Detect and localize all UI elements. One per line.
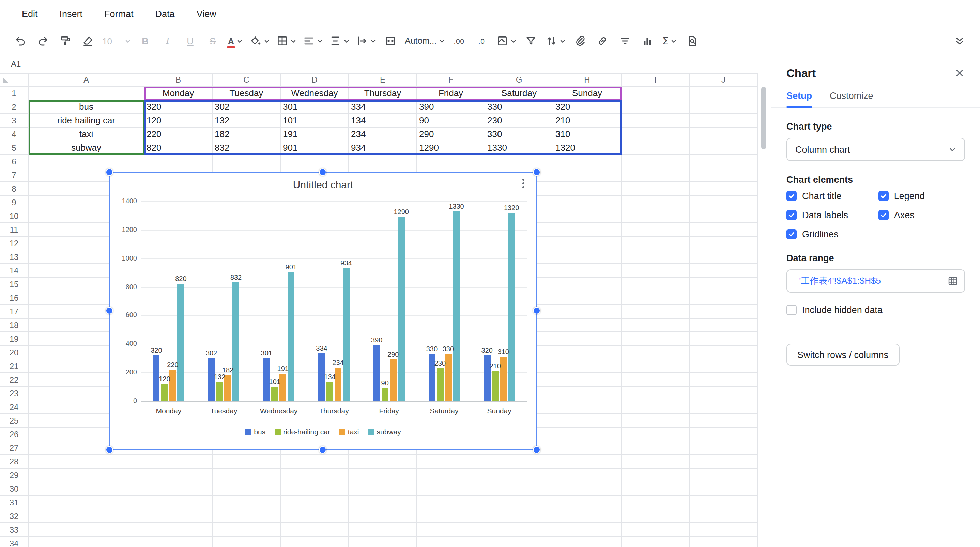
chart-resize-handle[interactable] <box>319 169 326 176</box>
grid-cell-D28[interactable] <box>281 455 349 469</box>
grid-cell-J8[interactable] <box>690 182 758 196</box>
grid-cell-G4[interactable]: 330 <box>485 128 554 141</box>
grid-cell-H17[interactable] <box>554 305 622 319</box>
grid-cell-H13[interactable] <box>554 250 622 264</box>
menu-data[interactable]: Data <box>155 8 175 19</box>
grid-cell-B3[interactable]: 120 <box>145 114 213 128</box>
grid-cell-H2[interactable]: 320 <box>554 100 622 114</box>
grid-cell-E5[interactable]: 934 <box>349 141 417 155</box>
grid-cell-G28[interactable] <box>485 455 554 469</box>
underline-button[interactable]: U <box>181 32 200 50</box>
grid-cell-B34[interactable] <box>145 537 213 547</box>
grid-cell-H16[interactable] <box>554 291 622 305</box>
grid-cell-J5[interactable] <box>690 141 758 155</box>
chart-resize-handle[interactable] <box>106 307 113 314</box>
italic-button[interactable]: I <box>158 32 177 50</box>
grid-cell-B32[interactable] <box>145 509 213 523</box>
vertical-align-button[interactable] <box>328 32 351 50</box>
grid-cell-H27[interactable] <box>554 441 622 455</box>
grid-cell-C32[interactable] <box>213 509 281 523</box>
column-header-E[interactable]: E <box>349 73 417 87</box>
row-header-28[interactable]: 28 <box>0 455 29 469</box>
grid-cell-J29[interactable] <box>690 469 758 482</box>
grid-cell-E33[interactable] <box>349 523 417 537</box>
format-painter-button[interactable] <box>56 32 75 50</box>
grid-cell-J13[interactable] <box>690 250 758 264</box>
grid-cell-H5[interactable]: 1320 <box>554 141 622 155</box>
row-header-34[interactable]: 34 <box>0 537 29 547</box>
chart-resize-handle[interactable] <box>533 307 541 314</box>
grid-cell-A33[interactable] <box>29 523 145 537</box>
row-header-21[interactable]: 21 <box>0 359 29 373</box>
horizontal-align-button[interactable] <box>301 32 325 50</box>
collapse-toolbar-button[interactable] <box>950 32 969 50</box>
grid-cell-I24[interactable] <box>622 400 690 414</box>
grid-cell-D6[interactable] <box>281 155 349 169</box>
grid-cell-C2[interactable]: 302 <box>213 100 281 114</box>
grid-cell-B31[interactable] <box>145 496 213 509</box>
grid-cell-D31[interactable] <box>281 496 349 509</box>
menu-format[interactable]: Format <box>104 8 134 19</box>
grid-cell-G3[interactable]: 230 <box>485 114 554 128</box>
grid-cell-F28[interactable] <box>417 455 485 469</box>
column-header-A[interactable]: A <box>29 73 145 87</box>
advanced-filter-button[interactable] <box>615 32 634 50</box>
grid-cell-F29[interactable] <box>417 469 485 482</box>
grid-cell-F34[interactable] <box>417 537 485 547</box>
row-header-11[interactable]: 11 <box>0 223 29 237</box>
grid-cell-I18[interactable] <box>622 319 690 332</box>
grid-cell-I1[interactable] <box>622 87 690 100</box>
fill-color-button[interactable] <box>248 32 271 50</box>
select-all-corner[interactable] <box>0 73 29 87</box>
grid-cell-J21[interactable] <box>690 359 758 373</box>
grid-cell-H20[interactable] <box>554 346 622 359</box>
row-header-25[interactable]: 25 <box>0 414 29 427</box>
grid-cell-H26[interactable] <box>554 427 622 441</box>
grid-cell-D34[interactable] <box>281 537 349 547</box>
grid-cell-A30[interactable] <box>29 482 145 496</box>
tab-customize[interactable]: Customize <box>830 91 873 107</box>
grid-cell-A28[interactable] <box>29 455 145 469</box>
sort-button[interactable] <box>544 32 567 50</box>
doc-search-button[interactable] <box>682 32 702 50</box>
redo-button[interactable] <box>33 32 52 50</box>
grid-cell-H30[interactable] <box>554 482 622 496</box>
row-header-12[interactable]: 12 <box>0 237 29 250</box>
grid-cell-G32[interactable] <box>485 509 554 523</box>
row-header-23[interactable]: 23 <box>0 387 29 400</box>
grid-cell-I8[interactable] <box>622 182 690 196</box>
row-header-27[interactable]: 27 <box>0 441 29 455</box>
grid-cell-E30[interactable] <box>349 482 417 496</box>
row-header-10[interactable]: 10 <box>0 209 29 223</box>
column-header-H[interactable]: H <box>554 73 622 87</box>
grid-cell-H31[interactable] <box>554 496 622 509</box>
grid-cell-J27[interactable] <box>690 441 758 455</box>
row-header-20[interactable]: 20 <box>0 346 29 359</box>
column-header-G[interactable]: G <box>485 73 554 87</box>
grid-cell-I28[interactable] <box>622 455 690 469</box>
grid-cell-C3[interactable]: 132 <box>213 114 281 128</box>
grid-cell-B5[interactable]: 820 <box>145 141 213 155</box>
clear-format-button[interactable] <box>78 32 97 50</box>
grid-cell-B30[interactable] <box>145 482 213 496</box>
borders-button[interactable] <box>275 32 298 50</box>
grid-cell-G29[interactable] <box>485 469 554 482</box>
grid-cell-B6[interactable] <box>145 155 213 169</box>
grid-cell-I22[interactable] <box>622 373 690 387</box>
row-header-19[interactable]: 19 <box>0 332 29 346</box>
chart-options-icon[interactable] <box>517 177 530 190</box>
grid-cell-J25[interactable] <box>690 414 758 427</box>
grid-cell-J6[interactable] <box>690 155 758 169</box>
row-header-5[interactable]: 5 <box>0 141 29 155</box>
chart-type-select[interactable]: Column chart <box>786 138 965 161</box>
grid-cell-J23[interactable] <box>690 387 758 400</box>
row-header-18[interactable]: 18 <box>0 319 29 332</box>
close-icon[interactable] <box>953 66 966 80</box>
grid-cell-H34[interactable] <box>554 537 622 547</box>
grid-cell-D2[interactable]: 301 <box>281 100 349 114</box>
grid-cell-I12[interactable] <box>622 237 690 250</box>
grid-cell-H14[interactable] <box>554 264 622 277</box>
grid-cell-F5[interactable]: 1290 <box>417 141 485 155</box>
row-header-24[interactable]: 24 <box>0 400 29 414</box>
grid-cell-E32[interactable] <box>349 509 417 523</box>
